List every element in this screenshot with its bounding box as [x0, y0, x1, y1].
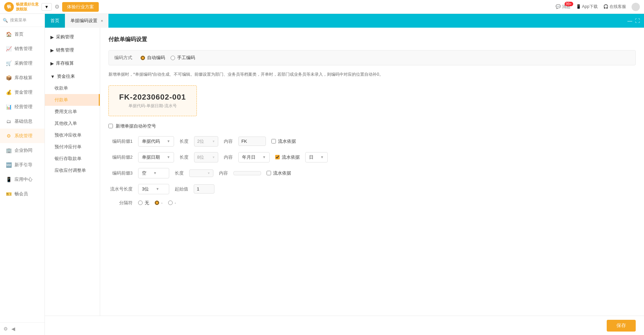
sub-group-inventory: ▶ 库存核算: [45, 57, 100, 69]
sub-group-sales-title[interactable]: ▶ 销售管理: [45, 44, 100, 56]
prefix2-length-label: 长度: [180, 154, 189, 160]
sidebar-item-member[interactable]: 🎫 畅会员: [0, 187, 45, 201]
experience-button[interactable]: 体验行业方案: [62, 2, 99, 12]
prefix2-length-value: 8位: [197, 154, 204, 160]
auto-fill-checkbox[interactable]: [108, 124, 113, 128]
sub-group-inventory-title[interactable]: ▶ 库存核算: [45, 57, 100, 69]
encoding-method-label: 编码方式: [114, 55, 132, 61]
message-badge[interactable]: 💬 消息 99+: [556, 4, 570, 10]
header-left: 畅 畅捷通好生意 旗舰版 ▼ ⚙ 体验行业方案: [4, 2, 99, 12]
auto-encode-option[interactable]: 自动编码: [141, 55, 165, 61]
encoding-method-section: 编码方式 自动编码 手工编码: [108, 50, 636, 65]
serial-length-label: 流水号长度: [108, 186, 133, 192]
content-with-sub: ▶ 采购管理 ▶ 销售管理 ▶ 库存核算: [45, 28, 644, 316]
sidebar-item-system[interactable]: ⚙ 系统管理: [0, 129, 45, 143]
sub-item-expense[interactable]: 费用支出单: [45, 106, 100, 118]
chevron-down-icon: ▼: [156, 187, 159, 191]
separator-dot[interactable]: ·: [155, 200, 163, 205]
sidebar-label: 系统管理: [15, 133, 32, 139]
code-example-box: FK-20230602-001 单据代码-单据日期-流水号: [108, 85, 197, 116]
brand-logo: 畅 畅捷通好生意 旗舰版: [4, 2, 39, 12]
separator-none[interactable]: 无: [138, 200, 149, 206]
sidebar-item-operations[interactable]: 📊 经营管理: [0, 100, 45, 114]
user-avatar[interactable]: [632, 3, 640, 11]
sub-item-receipt[interactable]: 收款单: [45, 82, 100, 94]
sidebar-item-enterprise[interactable]: 🏢 企业协同: [0, 143, 45, 158]
sidebar-label: 资金管理: [15, 89, 32, 95]
sidebar-item-guide[interactable]: 🆕 新手引导: [0, 158, 45, 172]
manual-encode-label: 手工编码: [177, 55, 195, 61]
serial-length-select[interactable]: 3位 ▼: [138, 184, 169, 194]
manual-encode-radio[interactable]: [171, 56, 175, 60]
save-button[interactable]: 保存: [607, 320, 636, 332]
sub-group-purchase-title[interactable]: ▶ 采购管理: [45, 31, 100, 43]
prefix3-content-label: 内容: [219, 170, 228, 176]
left-sidebar: 🔍 搜索菜单 🏠 首页 📈 销售管理 🛒 采购管理 📦 库存核算 💰 资金管理 …: [0, 14, 45, 335]
tab-bar-actions: — ⛶: [627, 18, 644, 24]
sub-item-other-income[interactable]: 其他收入单: [45, 118, 100, 129]
workspace-dropdown[interactable]: ▼: [41, 3, 52, 11]
prefix1-watermark-checkbox[interactable]: [271, 139, 276, 143]
prefix2-watermark: 流水依据: [275, 154, 300, 160]
prefix2-value: 单据日期: [142, 154, 160, 160]
online-service[interactable]: 🎧 在线客服: [603, 4, 626, 10]
chevron-right-icon: ▶: [50, 35, 54, 40]
prefix2-select[interactable]: 单据日期 ▼: [138, 152, 174, 162]
tab-home[interactable]: 首页: [45, 14, 65, 28]
separator-row: 分隔符 无 · ·: [108, 200, 636, 206]
sidebar-item-basic[interactable]: 🗂 基础信息: [0, 114, 45, 129]
prefix3-length-label: 长度: [175, 170, 184, 176]
prefix3-select[interactable]: 空 ▼: [138, 168, 169, 178]
finance-icon: 💰: [6, 90, 12, 95]
footer-collapse-button[interactable]: ◀: [11, 326, 15, 332]
prefix2-label: 编码前缀2: [108, 154, 133, 160]
auto-encode-radio[interactable]: [141, 56, 145, 60]
brand-text: 畅捷通好生意 旗舰版: [16, 2, 39, 11]
prefix1-select[interactable]: 单据代码 ▼: [138, 136, 174, 147]
chevron-down-icon: ▼: [167, 155, 170, 159]
purchase-icon: 🛒: [6, 61, 12, 66]
sidebar-item-sales[interactable]: 📈 销售管理: [0, 41, 45, 56]
sub-group-label: 销售管理: [56, 47, 74, 53]
encoding-method-radio-group: 自动编码 手工编码: [141, 55, 195, 61]
separator-dot-label: ·: [161, 200, 163, 205]
footer-settings-button[interactable]: ⚙: [3, 326, 8, 332]
separator-label: 分隔符: [108, 200, 133, 206]
sidebar-label: 销售管理: [15, 46, 32, 52]
start-value-field[interactable]: 1: [194, 184, 214, 194]
sub-item-adjust[interactable]: 应收应付调整单: [45, 165, 100, 176]
sub-item-pre-receive[interactable]: 预收冲应收单: [45, 129, 100, 141]
sub-group-finance-title[interactable]: ▼ 资金往来: [45, 71, 100, 82]
manual-encode-option[interactable]: 手工编码: [171, 55, 195, 61]
auto-encode-label: 自动编码: [147, 55, 165, 61]
separator-dot2-radio[interactable]: [168, 201, 173, 205]
prefix2-date-select[interactable]: 日 ▼: [305, 152, 328, 162]
prefix2-watermark-checkbox[interactable]: [275, 155, 280, 159]
sub-item-bank[interactable]: 银行存取款单: [45, 153, 100, 165]
sidebar-item-home[interactable]: 🏠 首页: [0, 27, 45, 41]
app-download[interactable]: 📱 App下载: [576, 4, 598, 10]
sidebar-item-inventory[interactable]: 📦 库存核算: [0, 71, 45, 85]
prefix1-watermark: 流水依据: [271, 138, 296, 145]
sub-item-payment[interactable]: 付款单: [45, 94, 100, 106]
prefix2-content-select[interactable]: 年月日 ▼: [238, 152, 270, 162]
sidebar-label: 企业协同: [15, 147, 32, 153]
sidebar-item-finance[interactable]: 💰 资金管理: [0, 85, 45, 100]
prefix1-length-field: 2位 ▼: [194, 136, 218, 147]
inventory-icon: 📦: [6, 75, 12, 81]
separator-dot2[interactable]: ·: [168, 200, 176, 205]
tab-close-icon[interactable]: ×: [101, 19, 103, 23]
info-text: 新增单据时，*单据编码*自动生成、不可编辑。前缀设置为部门、业务员等档案类，开单…: [108, 71, 636, 78]
prefix3-watermark-checkbox[interactable]: [267, 171, 271, 175]
tab-minimize-button[interactable]: —: [627, 18, 632, 24]
separator-none-radio[interactable]: [138, 201, 143, 205]
sub-item-pre-pay[interactable]: 预付冲应付单: [45, 141, 100, 153]
search-menu[interactable]: 🔍 搜索菜单: [0, 14, 45, 27]
separator-dot-radio[interactable]: [155, 201, 159, 205]
sidebar-item-apps[interactable]: 📱 应用中心: [0, 172, 45, 187]
tab-maximize-button[interactable]: ⛶: [635, 18, 640, 24]
sidebar-item-purchase[interactable]: 🛒 采购管理: [0, 56, 45, 71]
tab-encoding-settings[interactable]: 单据编码设置 ×: [65, 14, 108, 28]
settings-icon[interactable]: ⚙: [55, 3, 59, 10]
auto-fill-label: 新增单据自动补空号: [116, 123, 156, 129]
